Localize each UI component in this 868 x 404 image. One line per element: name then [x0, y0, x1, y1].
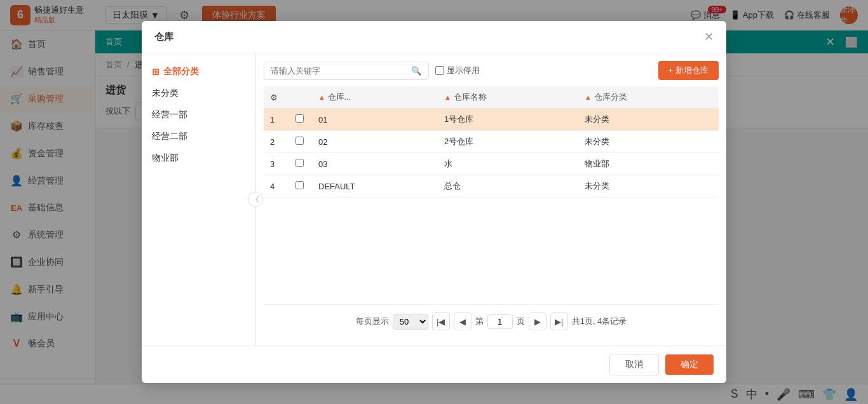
cell-code: DEFAULT	[312, 175, 438, 198]
table-row: 4 DEFAULT 总仓 未分类	[264, 175, 719, 198]
tree-item-property-label: 物业部	[152, 152, 179, 164]
table-row: 3 03 水 物业部	[264, 153, 719, 175]
modal-header: 仓库 ✕	[142, 21, 726, 53]
cell-name: 1号仓库	[438, 109, 578, 131]
tree-item-all[interactable]: ⊞ 全部分类	[142, 61, 255, 83]
cell-category: 未分类	[578, 131, 719, 153]
tree-item-dept2-label: 经营二部	[152, 131, 187, 142]
tree-panel: ⊞ 全部分类 未分类 经营一部 经营二部 物业部 《	[142, 53, 256, 346]
cell-no: 3	[264, 153, 289, 175]
col-header-name[interactable]: ▲ 仓库名称	[438, 86, 578, 109]
grid-icon: ⊞	[152, 67, 159, 77]
table-row: 2 02 2号仓库 未分类	[264, 131, 719, 153]
cell-no: 4	[264, 175, 289, 198]
search-box: 🔍	[264, 62, 429, 80]
add-warehouse-button[interactable]: + 新增仓库	[658, 61, 719, 80]
tree-all-label: 全部分类	[163, 66, 199, 77]
cell-no: 2	[264, 131, 289, 153]
col-header-code[interactable]: ▲ 仓库...	[312, 86, 438, 109]
warehouse-modal: 仓库 ✕ ⊞ 全部分类 未分类 经营一部 经营二部 物业部 《	[142, 21, 726, 383]
tree-item-uncategorized-label: 未分类	[152, 88, 179, 99]
table-panel: 🔍 显示停用 + 新增仓库 ⚙ ▲ 仓库... ▲ 仓库名称 ▲ 仓库分类	[256, 53, 726, 346]
show-disabled-label: 显示停用	[435, 65, 480, 76]
modal-footer: 取消 确定	[142, 346, 726, 383]
pagination-summary: 共1页, 4条记录	[572, 316, 627, 327]
search-button[interactable]: 🔍	[405, 62, 428, 79]
col-header-gear[interactable]: ⚙	[264, 86, 289, 109]
tree-item-uncategorized[interactable]: 未分类	[142, 83, 255, 104]
pagination: 每页显示 50 20 100 |◀ ◀ 第 页 ▶ ▶| 共1页, 4条记录	[264, 304, 719, 338]
tree-item-dept1[interactable]: 经营一部	[142, 104, 255, 126]
cell-name: 水	[438, 153, 578, 175]
cell-category: 物业部	[578, 153, 719, 175]
tree-item-dept2[interactable]: 经营二部	[142, 126, 255, 147]
show-disabled-checkbox[interactable]	[435, 66, 444, 75]
page-label: 第	[475, 316, 484, 327]
modal-title: 仓库	[154, 31, 173, 43]
page-prev-button[interactable]: ◀	[454, 313, 471, 330]
cell-category: 未分类	[578, 175, 719, 198]
page-suffix: 页	[517, 316, 525, 327]
page-last-button[interactable]: ▶|	[550, 313, 568, 330]
table-toolbar: 🔍 显示停用 + 新增仓库	[264, 61, 719, 80]
modal-body: ⊞ 全部分类 未分类 经营一部 经营二部 物业部 《 🔍	[142, 53, 726, 346]
per-page-label: 每页显示	[356, 316, 389, 327]
per-page-select[interactable]: 50 20 100	[393, 314, 428, 330]
cell-code: 01	[312, 109, 438, 131]
page-number-input[interactable]	[487, 314, 513, 329]
cancel-button[interactable]: 取消	[609, 354, 659, 375]
search-input[interactable]	[264, 62, 405, 79]
cell-category: 未分类	[578, 109, 719, 131]
cell-check[interactable]	[289, 131, 312, 153]
cell-name: 总仓	[438, 175, 578, 198]
cell-code: 02	[312, 131, 438, 153]
table-row: 1 01 1号仓库 未分类	[264, 109, 719, 131]
cell-no: 1	[264, 109, 289, 131]
col-header-check	[289, 86, 312, 109]
tree-collapse-button[interactable]: 《	[248, 192, 263, 207]
cell-check[interactable]	[289, 153, 312, 175]
modal-close-icon[interactable]: ✕	[704, 30, 714, 44]
confirm-button[interactable]: 确定	[665, 354, 714, 375]
warehouse-table: ⚙ ▲ 仓库... ▲ 仓库名称 ▲ 仓库分类 1 01 1号仓库 未分类	[264, 86, 719, 198]
cell-check[interactable]	[289, 109, 312, 131]
col-header-category[interactable]: ▲ 仓库分类	[578, 86, 719, 109]
tree-item-property[interactable]: 物业部	[142, 147, 255, 169]
page-next-button[interactable]: ▶	[529, 313, 546, 330]
tree-item-dept1-label: 经营一部	[152, 109, 187, 121]
cell-code: 03	[312, 153, 438, 175]
page-first-button[interactable]: |◀	[432, 313, 450, 330]
cell-name: 2号仓库	[438, 131, 578, 153]
cell-check[interactable]	[289, 175, 312, 198]
